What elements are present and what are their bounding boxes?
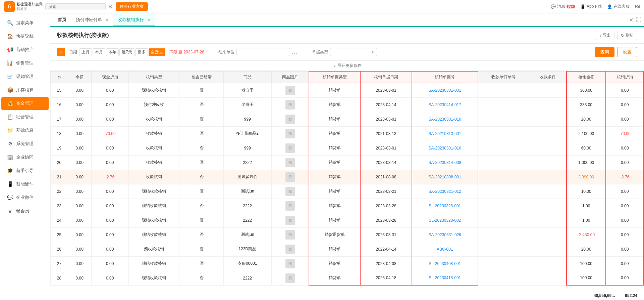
bill-no-link[interactable]: SA-20210813-001 — [429, 131, 461, 136]
sidebar-item-inventory[interactable]: 📦 库存核算 — [1, 84, 49, 96]
online-service-btn[interactable]: 👤 在线客服 — [607, 4, 630, 9]
table-row: 17 0.00 0.00 收款核销 否 999 图 销货单 2023-03-01… — [51, 112, 644, 126]
cell-writeoff-bill-no[interactable]: SL-20230418-001 — [412, 271, 478, 285]
tab-expand-btn[interactable]: ⛶ — [636, 17, 641, 23]
smarthw-icon: 📱 — [7, 181, 13, 187]
tab-bar-actions: ✕ ⛶ — [629, 17, 641, 23]
sidebar-item-system[interactable]: ⚙ 系统管理 — [1, 137, 49, 150]
cell-writeoff-amount: 333.00 — [567, 97, 606, 112]
expand-more-btn[interactable]: ∨ 展开更多条件 — [330, 62, 364, 69]
bill-no-link[interactable]: SA-20210808-001 — [429, 175, 461, 179]
refresh-btn[interactable]: ↻ 刷新 — [617, 31, 637, 40]
settings-filter-btn[interactable]: 设置 — [617, 47, 637, 57]
bill-no-link[interactable]: SA-20230301-010 — [429, 117, 461, 122]
tab-collection[interactable]: 收款核销执行 ✕ — [113, 14, 155, 26]
date-btn-this-year[interactable]: 本年 — [106, 48, 119, 56]
cell-writeoff-bill-no[interactable]: SA-20230301-010 — [412, 141, 478, 155]
user-name[interactable]: Rit — [635, 4, 640, 9]
industry-btn[interactable]: 休验行业方案 — [116, 2, 148, 11]
col-gear[interactable]: ⚙ — [51, 71, 68, 83]
sidebar-item-purchase[interactable]: 🛒 采购管理 — [1, 70, 49, 83]
filter-unit-input[interactable] — [236, 48, 290, 56]
search-input[interactable] — [45, 3, 106, 10]
cell-row-num: 18 — [51, 126, 68, 141]
bill-no-link[interactable]: SA-20230314-008 — [429, 160, 461, 165]
cell-writeoff-bill-no[interactable]: ABC-001 — [412, 242, 478, 256]
table-container[interactable]: ⚙ 余额 现金折扣 核销类型 包含已结清 商品 商品图片 核销单据类型 核销单据… — [50, 71, 644, 291]
date-btn-custom[interactable]: 自定义 — [149, 48, 165, 56]
cell-writeoff-bill-no[interactable]: SA-20230301-010 — [412, 112, 478, 126]
logo-text: 畅捷通谱好生意 — [17, 2, 43, 6]
sidebar-label-search: 搜索菜单 — [16, 20, 34, 26]
app-download-btn[interactable]: 📱 App下载 — [580, 4, 602, 9]
date-btn-7days[interactable]: 近7天 — [119, 48, 135, 56]
sidebar-item-sales[interactable]: 📊 销售管理 — [1, 57, 49, 70]
date-btn-last-month[interactable]: 上月 — [79, 48, 92, 56]
sidebar-item-ops[interactable]: 📋 经营管理 — [1, 111, 49, 123]
gear-icon[interactable]: ⚙ — [108, 3, 113, 10]
bill-no-link[interactable]: SL-20230328-001 — [429, 204, 461, 208]
sidebar-item-quicknav[interactable]: 🏠 快捷导航 — [1, 30, 49, 43]
query-btn[interactable]: 查询 — [595, 47, 614, 57]
bill-no-link[interactable]: SA-20230301-001 — [429, 88, 461, 93]
cell-goods-img: 图 — [271, 271, 309, 285]
filter-type-select[interactable] — [330, 48, 377, 56]
cell-writeoff-bill-no[interactable]: SA-20230301-001 — [412, 83, 478, 97]
sidebar-item-marketing[interactable]: 📢 营销推广 — [1, 43, 49, 56]
cell-writeoff-bill-no[interactable]: SL-20230328-001 — [412, 199, 478, 213]
cell-writeoff-bill-date: 2023-03-28 — [360, 213, 412, 227]
cell-goods: 衣服00001 — [223, 256, 271, 271]
bill-no-link[interactable]: SA-20230331-026 — [429, 232, 461, 237]
sidebar-item-basic[interactable]: 📁 基础信息 — [1, 124, 49, 137]
cell-writeoff-discount: 0.00 — [606, 83, 644, 97]
cell-writeoff-bill-no[interactable]: SA-20210813-001 — [412, 126, 478, 141]
tab-prepay-close[interactable]: ✕ — [105, 18, 108, 22]
sidebar-item-vip[interactable]: V 畅会员 — [1, 205, 49, 217]
sidebar-item-smarthw[interactable]: 📱 智能硬件 — [1, 178, 49, 190]
sidebar-item-search[interactable]: 🔍 搜索菜单 — [1, 16, 49, 29]
bill-no-link[interactable]: SL-20230418-001 — [429, 275, 461, 280]
export-btn[interactable]: ↑ 导出 — [596, 31, 614, 40]
sidebar-item-wechat[interactable]: 💬 企业微信 — [1, 191, 49, 204]
date-btn-this-month[interactable]: 本月 — [93, 48, 105, 56]
cell-writeoff-bill-no[interactable]: SA-20230331-026 — [412, 227, 478, 242]
cell-row-num: 19 — [51, 141, 68, 155]
message-btn[interactable]: 💬 消息 99+ — [551, 4, 575, 9]
cell-writeoff-bill-no[interactable]: SL-20230328-002 — [412, 213, 478, 227]
cell-row-num: 15 — [51, 83, 68, 97]
date-btn-more[interactable]: 更多 — [135, 48, 148, 56]
cell-goods: 老白干 — [223, 83, 271, 97]
cell-writeoff-bill-date: 2023-03-31 — [360, 227, 412, 242]
cell-cash-discount: 0.00 — [91, 199, 128, 213]
finance-icon: 💰 — [7, 100, 13, 106]
cell-writeoff-bill-no[interactable]: SA-20230321-012 — [412, 184, 478, 199]
cell-writeoff-bill-no[interactable]: SA-20230314-008 — [412, 155, 478, 170]
marketing-icon: 📢 — [7, 47, 13, 53]
sidebar-label-wechat: 企业微信 — [16, 195, 34, 201]
cell-goods-img: 图 — [271, 155, 309, 170]
cell-goods-img: 图 — [271, 199, 309, 213]
tab-prepay[interactable]: 预付冲应付单 ✕ — [71, 14, 113, 26]
cell-goods-img: 图 — [271, 227, 309, 242]
bill-no-link[interactable]: SL-20230328-002 — [429, 218, 461, 223]
cell-writeoff-bill-type: 销货单 — [309, 256, 361, 271]
sidebar-item-newbie[interactable]: 🎓 新手引导 — [1, 164, 49, 177]
bill-no-link[interactable]: ABC-001 — [437, 247, 453, 252]
bill-no-link[interactable]: SA-20230414-017 — [429, 102, 461, 107]
bill-no-link[interactable]: SA-20230301-010 — [429, 146, 461, 151]
tab-home[interactable]: 首页 — [53, 14, 71, 26]
bill-no-link[interactable]: SA-20230321-012 — [429, 189, 461, 194]
cell-writeoff-bill-no[interactable]: SL-20230408-001 — [412, 256, 478, 271]
table-row: 15 0.00 0.00 现结收款核销 否 老白干 图 销货单 2023-03-… — [51, 83, 644, 97]
cell-goods: 多计量商品2 — [223, 126, 271, 141]
filter-expand-btn[interactable]: » — [57, 48, 65, 56]
tab-close-btn[interactable]: ✕ — [629, 17, 633, 23]
tab-collection-close[interactable]: ✕ — [147, 18, 150, 22]
cell-writeoff-bill-no[interactable]: SA-20210808-001 — [412, 170, 478, 184]
bill-no-link[interactable]: SL-20230408-001 — [429, 261, 461, 266]
cell-writeoff-bill-no[interactable]: SA-20230414-017 — [412, 97, 478, 112]
data-table: ⚙ 余额 现金折扣 核销类型 包含已结清 商品 商品图片 核销单据类型 核销单据… — [50, 71, 644, 286]
sidebar-item-corp[interactable]: 🏢 企业协同 — [1, 151, 49, 164]
cell-receipt-condition — [529, 170, 567, 184]
sidebar-item-finance[interactable]: 💰 资金管理 — [1, 97, 49, 110]
